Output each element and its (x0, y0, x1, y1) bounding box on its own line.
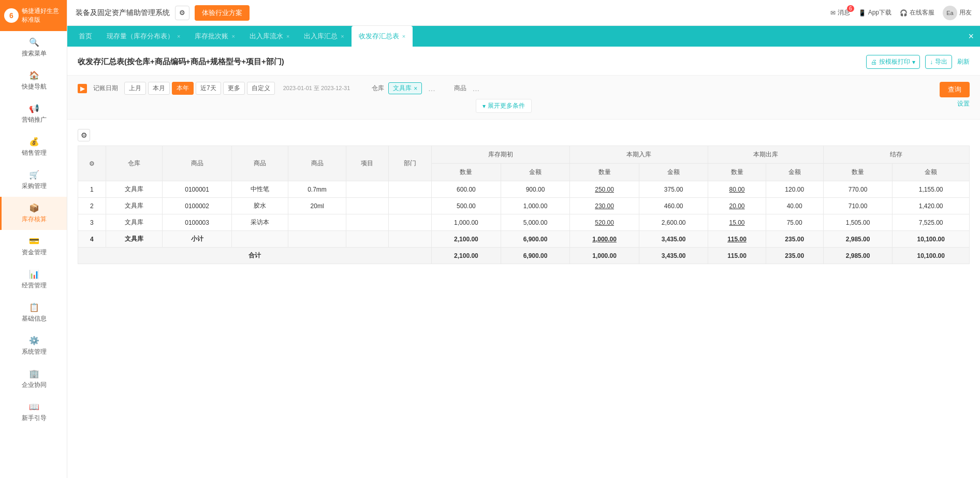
page-title-bar: 收发存汇总表(按仓库+商品编码+商品+规格型号+项目+部门) 🖨 按模板打印 ▾… (67, 47, 980, 76)
app-download-button[interactable]: 📱 App下载 (858, 8, 891, 17)
subtotal-closing-amount: 10,100.00 (893, 231, 970, 248)
user-avatar: Ea (943, 6, 957, 20)
tab-recv-send-summary[interactable]: 收发存汇总表 × (352, 26, 413, 47)
warehouse-label: 仓库 (372, 84, 384, 93)
export-button[interactable]: ↓ 导出 (925, 55, 952, 69)
filter-settings-link[interactable]: 设置 (957, 99, 970, 108)
row3-warehouse: 文具库 (106, 214, 163, 231)
sidebar-item-marketing[interactable]: 📢 营销推广 (0, 97, 67, 131)
col-opening-amount: 金额 (501, 164, 570, 181)
row2-product-code: 0100002 (163, 198, 232, 214)
total-closing-amount: 10,100.00 (893, 248, 970, 264)
settings-button[interactable]: ⚙ (175, 6, 189, 20)
tab-inout-summary[interactable]: 出入库汇总 × (297, 26, 351, 47)
col-group-out: 本期出库 (708, 146, 823, 164)
message-badge: 6 (847, 5, 854, 12)
row1-department (389, 181, 432, 198)
card-icon: 💳 (29, 236, 39, 246)
sidebar-item-system[interactable]: ⚙️ 系统管理 (0, 329, 67, 363)
sidebar-item-search[interactable]: 🔍 搜索菜单 (0, 31, 67, 64)
money-icon: 💰 (29, 137, 39, 147)
row3-product-code: 0100003 (163, 214, 232, 231)
building-icon: 🏢 (29, 369, 39, 379)
tab-home[interactable]: 首页 (71, 26, 99, 47)
row1-product-name: 中性笔 (231, 181, 288, 198)
online-service-button[interactable]: 🎧 在线客服 (900, 8, 934, 17)
subtotal-in-qty[interactable]: 1,000.00 (570, 231, 639, 248)
sidebar-item-enterprise[interactable]: 🏢 企业协同 (0, 363, 67, 396)
subtotal-label: 小计 (163, 231, 232, 248)
subtotal-empty1 (231, 231, 288, 248)
header-right: ✉ 消息 6 📱 App下载 🎧 在线客服 Ea 用友 (830, 6, 972, 20)
sidebar-item-sales[interactable]: 💰 销售管理 (0, 131, 67, 164)
tab-stock-dist[interactable]: 现存量（库存分布表） × (99, 26, 187, 47)
sidebar-item-operations[interactable]: 📊 经营管理 (0, 263, 67, 296)
filter-toggle-btn[interactable]: ▶ (78, 84, 87, 93)
warehouse-filter-group: 仓库 文具库 × ... (372, 82, 437, 94)
col-header-index: ⚙ (78, 146, 106, 181)
refresh-button[interactable]: 刷新 (957, 57, 970, 66)
query-button[interactable]: 查询 (940, 82, 970, 97)
row2-department (389, 198, 432, 214)
user-menu-button[interactable]: Ea 用友 (943, 6, 972, 20)
row3-product-name: 采访本 (231, 214, 288, 231)
clipboard-icon: 📋 (29, 302, 39, 312)
row1-out-qty[interactable]: 80.00 (708, 181, 766, 198)
close-recv-send-summary-tab[interactable]: × (402, 33, 405, 39)
close-stock-dist-tab[interactable]: × (177, 33, 180, 39)
sidebar-item-newbie[interactable]: 📖 新手引导 (0, 396, 67, 429)
date-btn-more[interactable]: 更多 (223, 82, 245, 95)
sidebar-item-inventory[interactable]: 📦 库存核算 (0, 197, 67, 230)
close-batch-ledger-tab[interactable]: × (231, 33, 235, 39)
row3-in-qty[interactable]: 520.00 (570, 214, 639, 231)
row3-opening-qty: 1,000.00 (432, 214, 501, 231)
sidebar-item-basic[interactable]: 📋 基础信息 (0, 296, 67, 329)
expand-filter-btn[interactable]: ▾ 展开更多条件 (476, 99, 532, 113)
tab-inout-flow[interactable]: 出入库流水 × (242, 26, 297, 47)
messages-button[interactable]: ✉ 消息 6 (830, 8, 850, 17)
subtotal-in-amount: 3,435.00 (639, 231, 708, 248)
total-out-qty: 115.00 (708, 248, 766, 264)
total-row: 合计 2,100.00 6,900.00 1,000.00 3,435.00 1… (78, 248, 970, 264)
sidebar-item-purchase[interactable]: 🛒 采购管理 (0, 164, 67, 197)
close-all-tabs-button[interactable]: × (966, 31, 976, 42)
row1-opening-amount: 900.00 (501, 181, 570, 198)
row3-out-qty[interactable]: 15.00 (708, 214, 766, 231)
cart-icon: 🛒 (29, 170, 39, 180)
gear-icon: ⚙️ (29, 336, 39, 345)
row2-in-qty[interactable]: 230.00 (570, 198, 639, 214)
print-button[interactable]: 🖨 按模板打印 ▾ (866, 55, 920, 69)
col-header-warehouse: 仓库 (106, 146, 163, 181)
close-inout-flow-tab[interactable]: × (286, 33, 289, 39)
col-header-product-name: 商品 (231, 146, 288, 181)
row2-out-qty[interactable]: 20.00 (708, 198, 766, 214)
warehouse-more-btn[interactable]: ... (426, 84, 437, 93)
remove-warehouse-tag[interactable]: × (414, 85, 417, 92)
sidebar-item-finance[interactable]: 💳 资金管理 (0, 230, 67, 263)
date-btn-last-month[interactable]: 上月 (124, 82, 146, 95)
subtotal-out-qty[interactable]: 115.00 (708, 231, 766, 248)
close-inout-summary-tab[interactable]: × (341, 33, 344, 39)
subtotal-row: 4 文具库 小计 2,100.00 6,900.00 1,000.00 3,43… (78, 231, 970, 248)
date-btn-last-7-days[interactable]: 近7天 (196, 82, 221, 95)
experience-button[interactable]: 体验行业方案 (195, 5, 250, 21)
print-icon: 🖨 (871, 59, 877, 66)
row2-product-spec: 20ml (288, 198, 346, 214)
date-btn-this-year[interactable]: 本年 (172, 82, 194, 95)
chevron-down-icon: ▾ (482, 103, 486, 110)
product-more-btn[interactable]: ... (471, 84, 481, 93)
filter-main: ▶ 记账日期 上月 本月 本年 近7天 更多 自定义 2023-01-01 至 … (78, 82, 929, 113)
date-btn-this-month[interactable]: 本月 (148, 82, 170, 95)
date-btn-custom[interactable]: 自定义 (247, 82, 275, 95)
total-in-qty: 1,000.00 (570, 248, 639, 264)
row2-opening-amount: 1,000.00 (501, 198, 570, 214)
logo-icon: 6 (4, 8, 19, 23)
row1-in-qty[interactable]: 250.00 (570, 181, 639, 198)
tab-batch-ledger[interactable]: 库存批次账 × (187, 26, 242, 47)
filter-side: ▶ 记账日期 上月 本月 本年 近7天 更多 自定义 2023-01-01 至 … (78, 82, 970, 113)
col-out-amount: 金额 (766, 164, 823, 181)
col-closing-amount: 金额 (893, 164, 970, 181)
table-settings-icon[interactable]: ⚙ (78, 129, 90, 141)
sidebar-item-quicknav[interactable]: 🏠 快捷导航 (0, 64, 67, 97)
row2-opening-qty: 500.00 (432, 198, 501, 214)
